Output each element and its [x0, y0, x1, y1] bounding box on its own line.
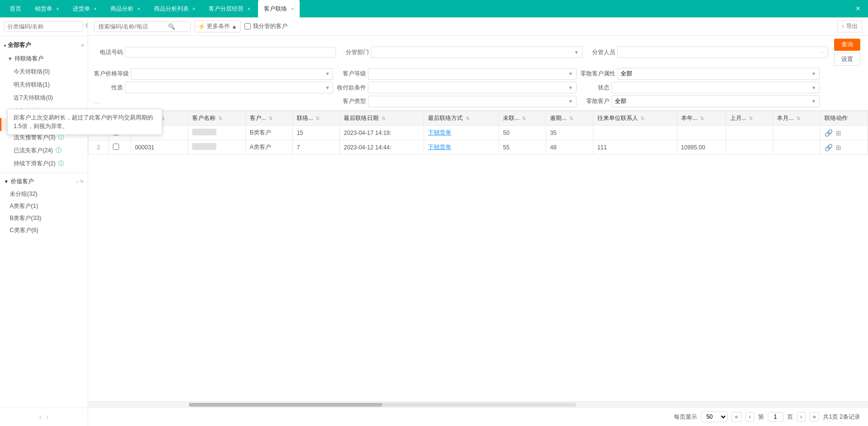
nav-tab-home[interactable]: 首页: [4, 0, 27, 17]
table-row: 2 000031 A类客户 7 2023-04-12 14:44:: [89, 140, 868, 155]
hscroll-thumb[interactable]: [189, 403, 382, 407]
close-tab-purchase[interactable]: ×: [94, 6, 97, 12]
no-contact-sort[interactable]: ⇅: [522, 116, 526, 121]
col-contact-count: 联络... ⇅: [292, 111, 339, 126]
filter-cell-payment: 收付款条件 ▼: [337, 82, 576, 93]
lost-info-icon[interactable]: ⓘ: [56, 147, 61, 154]
lmonth-sort[interactable]: ⇅: [749, 116, 753, 121]
sidebar-arrow-right[interactable]: ›: [46, 412, 49, 422]
person-sort[interactable]: ⇅: [640, 116, 644, 121]
close-tab-contact[interactable]: ×: [291, 6, 294, 12]
year-sort[interactable]: ⇅: [700, 116, 704, 121]
price-level-select[interactable]: ▼: [131, 68, 333, 80]
per-page-select[interactable]: 50 20 100: [701, 411, 728, 422]
query-button[interactable]: 查询: [834, 39, 860, 51]
sidebar-item-declining[interactable]: 持续下滑客户(2) ⓘ: [0, 157, 88, 170]
sidebar-item-lost[interactable]: 已流失客户(24) ⓘ: [0, 144, 88, 157]
name-sort[interactable]: ⇅: [218, 116, 222, 121]
sidebar-all-customers[interactable]: ▪ 全部客户 »: [0, 38, 88, 52]
phone-input[interactable]: [125, 47, 336, 58]
row-2-grid-icon[interactable]: ⊞: [836, 144, 841, 151]
customer-level-label: 客户等级: [337, 70, 366, 78]
row-1-grid-icon[interactable]: ⊞: [836, 129, 841, 137]
nav-tab-analysis[interactable]: 商品分析 ×: [105, 0, 146, 17]
lost-warning-info-icon[interactable]: ⓘ: [58, 134, 64, 141]
nav-tab-sales[interactable]: 销货单 ×: [29, 0, 65, 17]
customer-level-select[interactable]: ▼: [368, 68, 576, 80]
filter-more-conditions[interactable]: ⚡ 更多条件 ▲: [195, 20, 241, 32]
sidebar-item-c-class[interactable]: C类客户(6): [0, 224, 88, 236]
sidebar-pending-section[interactable]: ▼ 待联络客户: [0, 52, 88, 65]
retail-customer-select[interactable]: 全部 ▼: [611, 95, 820, 107]
nav-tab-purchase[interactable]: 进货单 ×: [67, 0, 103, 17]
contact-sort[interactable]: ⇅: [316, 116, 320, 121]
sidebar-item-tomorrow[interactable]: 明天待联络(1): [0, 78, 88, 91]
retail-attr-value: 全部: [621, 70, 632, 78]
cmonth-sort[interactable]: ⇅: [796, 116, 800, 121]
hscroll-track[interactable]: [189, 403, 576, 407]
col-current-month: 本月... ⇅: [773, 111, 820, 126]
export-button[interactable]: ↑ 导出: [837, 20, 862, 32]
filter-icon: ⚡: [198, 23, 205, 30]
close-tab-sales[interactable]: ×: [56, 6, 59, 12]
tooltip-box: 距客户上次交易时长，超过了此客户的平均交易周期的1.5倍，则视为异常。: [7, 109, 162, 135]
sidebar-value-group[interactable]: ▼ 价值客户 ○ ✎: [0, 175, 88, 188]
row-1-link-icon[interactable]: 🔗: [824, 129, 833, 137]
row-2-method-link[interactable]: 下销货单: [428, 144, 451, 150]
close-tab-analysis-list[interactable]: ×: [193, 6, 196, 12]
my-customers-checkbox[interactable]: [244, 23, 251, 29]
filter-search-input[interactable]: [98, 23, 166, 30]
pagination-next[interactable]: ›: [797, 412, 806, 422]
nav-tab-customer-segmentation[interactable]: 客户分层经营 ×: [203, 0, 256, 17]
payment-select[interactable]: ▼: [368, 82, 576, 93]
status-select[interactable]: ▼: [611, 82, 820, 93]
filter-search-icon[interactable]: 🔍: [168, 23, 175, 30]
pagination-first[interactable]: «: [731, 412, 742, 422]
nav-tab-customer-contact[interactable]: 客户联络 ×: [258, 0, 300, 17]
sidebar-item-a-class[interactable]: A类客户(1): [0, 200, 88, 212]
retail-attr-select[interactable]: 全部 ▼: [617, 68, 820, 80]
sidebar-collapse-icon[interactable]: »: [81, 43, 84, 48]
sidebar-item-7days[interactable]: 近7天待联络(0): [0, 91, 88, 104]
row-1-method-link[interactable]: 下销货单: [428, 129, 451, 136]
close-tab-analysis[interactable]: ×: [137, 6, 140, 12]
row-1-contact-person: [593, 126, 677, 140]
manager-label: 分管人员: [586, 48, 615, 57]
pagination-page-input[interactable]: [768, 412, 783, 422]
dept-select[interactable]: ▼: [371, 46, 582, 58]
settings-button[interactable]: 设置: [834, 53, 860, 66]
sidebar-search-input[interactable]: [4, 21, 83, 32]
overdue-sort[interactable]: ⇅: [569, 116, 573, 121]
filter-bar: 🔍 ⚡ 更多条件 ▲ 我分管的客户 ↑ 导出: [88, 17, 868, 36]
pagination-prev[interactable]: ‹: [746, 412, 754, 422]
row-1-name-placeholder: [192, 129, 216, 135]
value-group-icons[interactable]: ○ ✎: [76, 179, 84, 184]
close-tab-segmentation[interactable]: ×: [247, 6, 250, 12]
col-overdue: 逾期... ⇅: [546, 111, 593, 126]
row-2-link-icon[interactable]: 🔗: [824, 144, 833, 151]
table-scroll[interactable]: ⚙ 客户编码 ⇅ 客户名称 ⇅: [88, 111, 868, 401]
col-customer-type: 客户... ⇅: [245, 111, 292, 126]
filter-cell-gender: 性质 ▼: [94, 82, 333, 93]
method-sort[interactable]: ⇅: [466, 116, 470, 121]
sidebar-item-b-class[interactable]: B类客户(33): [0, 212, 88, 224]
sidebar-item-ungroup[interactable]: 未分组(32): [0, 188, 88, 200]
col-last-method: 最后联络方式 ⇅: [424, 111, 499, 126]
pagination-last[interactable]: »: [809, 412, 820, 422]
declining-info-icon[interactable]: ⓘ: [58, 160, 64, 167]
manager-select[interactable]: ···: [617, 46, 828, 58]
type-sort[interactable]: ⇅: [269, 116, 273, 121]
sidebar-arrow-left[interactable]: ‹: [39, 412, 42, 422]
date-sort[interactable]: ⇅: [381, 116, 385, 121]
more-dots[interactable]: ...: [94, 98, 102, 105]
sidebar-content: ▪ 全部客户 » ▼ 待联络客户 今天待联络(0) 明天待联络(1) 近7天待联…: [0, 36, 88, 408]
nav-tab-analysis-list[interactable]: 商品分析列表 ×: [148, 0, 201, 17]
sidebar-item-today[interactable]: 今天待联络(0): [0, 65, 88, 78]
row-2-checkbox: [109, 140, 131, 155]
row-2-select-checkbox[interactable]: [113, 144, 119, 150]
window-close-button[interactable]: ×: [852, 2, 864, 15]
sidebar-expand-icon: ▪: [4, 42, 6, 49]
gender-select[interactable]: ▼: [125, 82, 333, 93]
col-action: 联络动作: [820, 111, 868, 126]
customer-type-select[interactable]: ▼: [368, 96, 576, 107]
